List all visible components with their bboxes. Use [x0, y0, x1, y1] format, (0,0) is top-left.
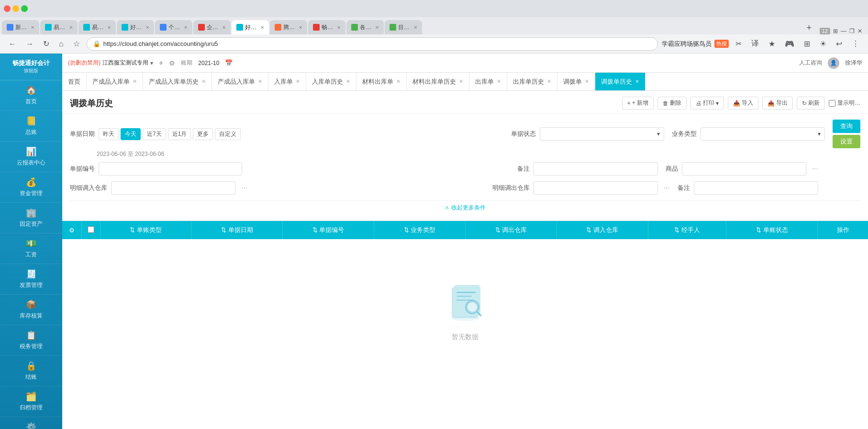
- delete-btn[interactable]: 🗑 删除: [657, 97, 687, 110]
- sidebar-item-tax[interactable]: 📋 税务管理: [0, 325, 62, 356]
- col-doc_no[interactable]: ⇅ 单据编号: [283, 221, 374, 239]
- print-btn[interactable]: 🖨 打印 ▾: [690, 97, 724, 110]
- page-tab-1[interactable]: 产成品入库单 ✕: [87, 73, 143, 91]
- table-settings-icon[interactable]: ⚙: [69, 227, 75, 234]
- select-all-checkbox[interactable]: [88, 226, 94, 233]
- browser-tab-t10[interactable]: 各… ✕: [346, 20, 384, 34]
- tab-close-icon[interactable]: ✕: [299, 25, 302, 30]
- new-btn[interactable]: + + 新增: [622, 97, 654, 110]
- browser-tab-t2[interactable]: 易… ✕: [40, 20, 78, 34]
- page-tab-11[interactable]: 调拨单历史 ✕: [595, 73, 645, 91]
- company-selector[interactable]: (勿删勿禁用) 江西服宝测试专用 ▾: [68, 59, 153, 67]
- browser-tab-t5[interactable]: 个… ✕: [155, 20, 192, 34]
- tab-close-icon[interactable]: ✕: [107, 25, 111, 30]
- extensions-btn[interactable]: ✂: [733, 38, 745, 49]
- tab-close-icon[interactable]: ✕: [222, 25, 226, 30]
- browser-tab-t3[interactable]: 易… ✕: [78, 20, 116, 34]
- tab-close-icon[interactable]: ✕: [413, 25, 417, 30]
- page-tab-7[interactable]: 材料出库单历史 ✕: [407, 73, 469, 91]
- sidebar-item-report[interactable]: 📊 云报表中心: [0, 142, 62, 172]
- collapse-row[interactable]: ∧ 收起更多条件: [70, 200, 860, 215]
- col-in_warehouse[interactable]: ⇅ 调入仓库: [556, 221, 648, 239]
- page-tab-close-icon[interactable]: ✕: [497, 78, 501, 85]
- goods-input[interactable]: [682, 162, 806, 176]
- refresh-btn[interactable]: ↻ 刷新: [797, 97, 825, 110]
- source-warehouse-dots[interactable]: ···: [241, 184, 247, 192]
- page-tab-close-icon[interactable]: ✕: [459, 78, 463, 85]
- grid-btn[interactable]: ⊞: [801, 38, 813, 49]
- date-btn-更多[interactable]: 更多: [193, 128, 213, 140]
- tab-close-icon[interactable]: ✕: [337, 25, 341, 30]
- sidebar-item-inventory[interactable]: 📦 库存核算: [0, 295, 62, 325]
- source-warehouse-input[interactable]: [111, 181, 235, 195]
- browser-tab-t7[interactable]: 好… ✕: [232, 20, 269, 34]
- restore-icon[interactable]: ❐: [849, 28, 855, 34]
- sidebar-item-assets[interactable]: 🏢 固定资产: [0, 203, 62, 233]
- sidebar-item-finance[interactable]: 💰 资金管理: [0, 172, 62, 203]
- close-window-btn[interactable]: [4, 5, 11, 12]
- sidebar-item-home[interactable]: 🏠 首页: [0, 80, 62, 111]
- col-handler[interactable]: ⇅ 经手人: [648, 221, 726, 239]
- page-tab-close-icon[interactable]: ✕: [346, 78, 350, 85]
- browser-tab-t8[interactable]: 腾… ✕: [270, 20, 307, 34]
- page-tab-close-icon[interactable]: ✕: [296, 78, 300, 85]
- dest-warehouse-input[interactable]: [534, 181, 658, 195]
- query-btn[interactable]: 查询: [833, 120, 860, 133]
- page-tab-9[interactable]: 出库单历史 ✕: [507, 73, 557, 91]
- tab-close-icon[interactable]: ✕: [31, 25, 34, 30]
- browser-tab-t6[interactable]: 企… ✕: [193, 20, 231, 34]
- date-btn-近7天[interactable]: 近7天: [143, 128, 166, 140]
- col-doc_type[interactable]: ⇅ 单账类型: [100, 221, 191, 239]
- col-doc_date[interactable]: ⇅ 单据日期: [191, 221, 283, 239]
- bookmark-btn[interactable]: ☆: [70, 38, 83, 49]
- col-doc_status[interactable]: ⇅ 单账状态: [726, 221, 818, 239]
- page-tab-4[interactable]: 入库单 ✕: [268, 73, 306, 91]
- page-tab-close-icon[interactable]: ✕: [585, 78, 589, 85]
- page-tab-close-icon[interactable]: ✕: [396, 78, 401, 85]
- page-tab-close-icon[interactable]: ✕: [258, 78, 262, 85]
- sidebar-item-archive[interactable]: 🗂️ 归档管理: [0, 386, 62, 417]
- page-tab-5[interactable]: 入库单历史 ✕: [306, 73, 356, 91]
- date-btn-昨天[interactable]: 昨天: [99, 128, 119, 140]
- browser-tab-t9[interactable]: 畅… ✕: [308, 20, 345, 34]
- show-full-checkbox[interactable]: [829, 100, 835, 107]
- history-btn[interactable]: ↩: [833, 38, 845, 49]
- back-btn[interactable]: ←: [6, 39, 19, 49]
- maximize-window-btn[interactable]: [21, 5, 28, 12]
- url-bar[interactable]: 🔒 https://cloud.chanjet.com/accounting/u…: [87, 37, 658, 51]
- biztype-select[interactable]: ▾: [701, 127, 825, 141]
- date-btn-自定义[interactable]: 自定义: [215, 128, 241, 140]
- browser-tab-t1[interactable]: 新… ✕: [2, 20, 39, 34]
- export-btn[interactable]: 📤 导出: [762, 97, 793, 110]
- col-biz_type[interactable]: ⇅ 业务类型: [374, 221, 466, 239]
- tab-close-icon[interactable]: ✕: [260, 25, 264, 30]
- import-btn[interactable]: 📥 导入: [728, 97, 758, 110]
- user-service[interactable]: 人工咨询: [799, 59, 822, 67]
- page-tab-6[interactable]: 材料出库单 ✕: [356, 73, 407, 91]
- menu-btn[interactable]: ⋮: [849, 38, 862, 49]
- search-bar[interactable]: 学霸应聘场驱鸟员 热搜: [662, 40, 729, 48]
- star-btn[interactable]: ★: [766, 38, 778, 49]
- browser-tab-t11[interactable]: 目… ✕: [385, 20, 422, 34]
- settings-icon[interactable]: ⚙: [169, 59, 175, 67]
- sidebar-item-payroll[interactable]: 💵 工资: [0, 233, 62, 264]
- tab-close-icon[interactable]: ✕: [69, 25, 73, 30]
- brightness-btn[interactable]: ☀: [817, 38, 829, 49]
- minimize-window-btn[interactable]: [12, 5, 19, 12]
- sidebar-item-closing[interactable]: 🔒 结账: [0, 356, 62, 386]
- setting-btn[interactable]: 设置: [833, 135, 860, 148]
- date-btn-今天[interactable]: 今天: [121, 128, 141, 140]
- sidebar-item-ledger[interactable]: 📒 总账: [0, 111, 62, 142]
- new-tab-btn[interactable]: +: [802, 21, 816, 34]
- docno-input[interactable]: [99, 162, 242, 176]
- close-icon[interactable]: ✕: [857, 28, 862, 34]
- col-out_warehouse[interactable]: ⇅ 调出仓库: [465, 221, 556, 239]
- translate-btn[interactable]: 译: [748, 38, 762, 50]
- page-tab-close-icon[interactable]: ✕: [201, 78, 206, 85]
- minimize-icon[interactable]: —: [841, 28, 846, 34]
- home-btn[interactable]: ⌂: [56, 39, 67, 49]
- page-tab-10[interactable]: 调拨单 ✕: [557, 73, 595, 91]
- tab-menu-icon[interactable]: ⊞: [833, 28, 838, 34]
- tab-close-icon[interactable]: ✕: [375, 25, 379, 30]
- gamepad-btn[interactable]: 🎮: [782, 38, 797, 49]
